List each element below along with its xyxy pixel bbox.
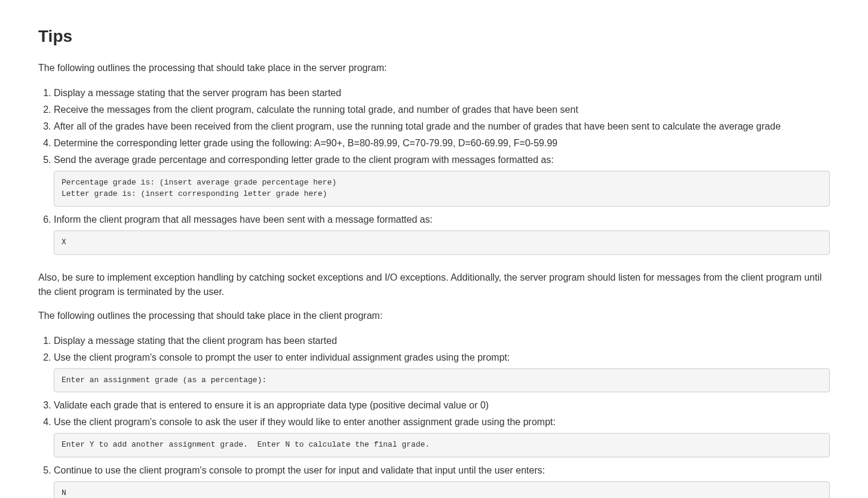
- server-step-3: After all of the grades have been receiv…: [54, 118, 830, 135]
- client-step-4: Use the client program's console to ask …: [54, 414, 830, 462]
- server-intro-text: The following outlines the processing th…: [38, 61, 830, 75]
- tips-heading: Tips: [38, 24, 830, 49]
- server-step-6-text: Inform the client program that all messa…: [54, 214, 433, 225]
- server-step-6: Inform the client program that all messa…: [54, 211, 830, 260]
- client-step-5: Continue to use the client program's con…: [54, 462, 830, 498]
- client-intro-text: The following outlines the processing th…: [38, 309, 830, 323]
- server-step-5-text: Send the average grade percentage and co…: [54, 155, 554, 165]
- server-step-6-code: X: [54, 230, 830, 255]
- client-steps-list: Display a message stating that the clien…: [38, 333, 830, 498]
- client-step-2: Use the client program's console to prom…: [54, 349, 830, 398]
- server-step-4: Determine the corresponding letter grade…: [54, 135, 830, 152]
- server-step-5-code: Percentage grade is: (insert average gra…: [54, 171, 830, 207]
- client-step-5-text: Continue to use the client program's con…: [54, 465, 545, 475]
- client-step-2-text: Use the client program's console to prom…: [54, 352, 510, 362]
- client-step-2-code: Enter an assignment grade (as a percenta…: [54, 368, 830, 393]
- client-step-5-code: N: [54, 481, 830, 498]
- server-step-2: Receive the messages from the client pro…: [54, 102, 830, 118]
- server-steps-list: Display a message stating that the serve…: [38, 85, 830, 260]
- server-step-5: Send the average grade percentage and co…: [54, 152, 830, 211]
- client-step-4-text: Use the client program's console to ask …: [54, 417, 556, 427]
- client-step-1: Display a message stating that the clien…: [54, 333, 830, 349]
- client-step-3: Validate each grade that is entered to e…: [54, 397, 830, 414]
- server-step-1: Display a message stating that the serve…: [54, 85, 830, 102]
- exception-paragraph: Also, be sure to implement exception han…: [38, 270, 830, 299]
- client-step-4-code: Enter Y to add another assignment grade.…: [54, 433, 830, 457]
